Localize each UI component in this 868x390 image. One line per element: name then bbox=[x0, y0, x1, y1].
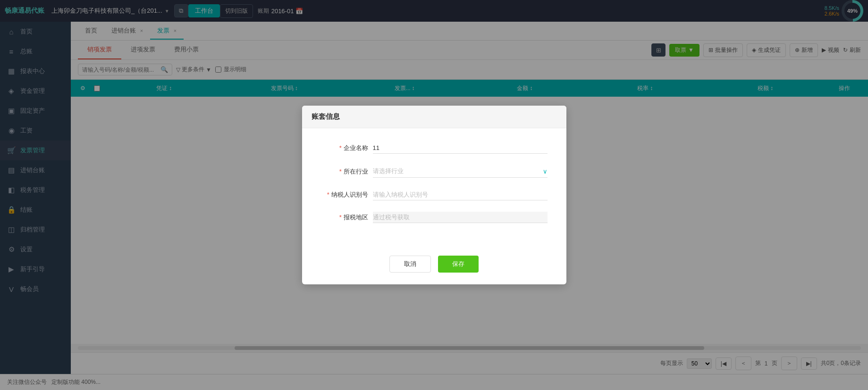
company-name-label: * 企业名称 bbox=[321, 144, 373, 152]
company-name-field bbox=[373, 142, 548, 154]
form-row-industry: * 所在行业 请选择行业 ∨ bbox=[321, 165, 548, 178]
dialog-header: 账套信息 bbox=[302, 106, 566, 128]
form-row-tax-region: * 报税地区 bbox=[321, 212, 548, 223]
dialog-body: * 企业名称 * 所在行业 请选择行业 ∨ bbox=[302, 128, 566, 249]
industry-select[interactable]: 请选择行业 ∨ bbox=[373, 165, 548, 178]
tax-region-label: * 报税地区 bbox=[321, 213, 373, 222]
account-info-dialog: 账套信息 * 企业名称 * 所在行业 bbox=[302, 106, 566, 284]
industry-field: 请选择行业 ∨ bbox=[373, 165, 548, 178]
save-button[interactable]: 保存 bbox=[438, 256, 479, 273]
taxpayer-label: * 纳税人识别号 bbox=[321, 191, 373, 199]
required-star: * bbox=[327, 191, 329, 198]
tax-region-field bbox=[373, 212, 548, 223]
industry-arrow-icon: ∨ bbox=[543, 168, 548, 175]
industry-label: * 所在行业 bbox=[321, 167, 373, 176]
taxpayer-field bbox=[373, 189, 548, 200]
taxpayer-input[interactable] bbox=[373, 189, 548, 200]
dialog-footer: 取消 保存 bbox=[302, 249, 566, 284]
company-name-input[interactable] bbox=[373, 142, 548, 154]
dialog-title: 账套信息 bbox=[312, 112, 340, 120]
form-row-taxpayer: * 纳税人识别号 bbox=[321, 189, 548, 200]
cancel-button[interactable]: 取消 bbox=[389, 256, 431, 273]
form-row-company: * 企业名称 bbox=[321, 142, 548, 154]
tax-region-input bbox=[373, 212, 548, 223]
dialog-overlay: 账套信息 * 企业名称 * 所在行业 bbox=[0, 0, 868, 390]
required-star: * bbox=[339, 168, 342, 175]
industry-placeholder: 请选择行业 bbox=[373, 167, 404, 175]
required-star: * bbox=[339, 144, 342, 151]
required-star: * bbox=[339, 214, 342, 221]
